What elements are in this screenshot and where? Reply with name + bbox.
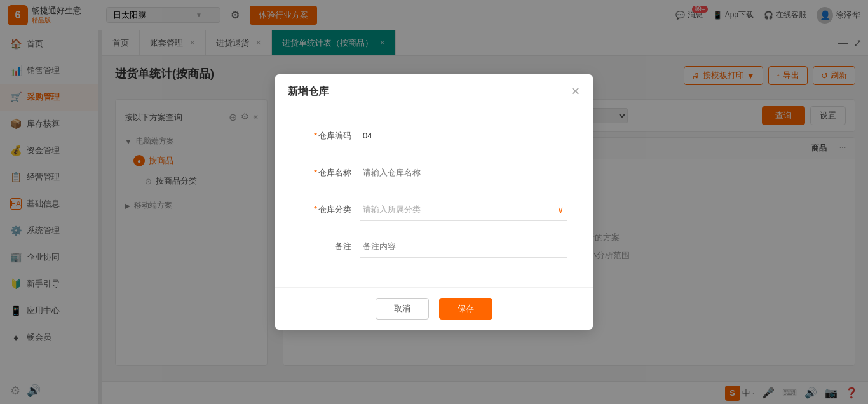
modal-close-button[interactable]: ✕ [571, 84, 580, 98]
category-select-wrap: 请输入所属分类 ∨ [360, 198, 567, 221]
code-label: *仓库编码 [301, 130, 351, 142]
warehouse-name-input[interactable] [360, 161, 567, 184]
form-row-name: *仓库名称 [301, 161, 567, 184]
modal-body: *仓库编码 *仓库名称 *仓库分类 请输入所属分类 ∨ 备注 [275, 109, 593, 287]
modal-title: 新增仓库 [288, 85, 329, 98]
modal-new-warehouse: 新增仓库 ✕ *仓库编码 *仓库名称 *仓库分类 请输入所属分类 ∨ [275, 74, 593, 330]
form-row-note: 备注 [301, 235, 567, 258]
form-row-code: *仓库编码 [301, 125, 567, 147]
warehouse-category-select[interactable]: 请输入所属分类 [360, 198, 567, 221]
save-button[interactable]: 保存 [439, 298, 492, 320]
cancel-button[interactable]: 取消 [376, 298, 429, 320]
form-row-category: *仓库分类 请输入所属分类 ∨ [301, 198, 567, 221]
warehouse-note-input[interactable] [360, 235, 567, 258]
name-label: *仓库名称 [301, 167, 351, 178]
warehouse-code-input[interactable] [360, 125, 567, 147]
modal-footer: 取消 保存 [275, 287, 593, 330]
note-label: 备注 [301, 241, 351, 252]
category-label: *仓库分类 [301, 204, 351, 215]
modal-header: 新增仓库 ✕ [275, 74, 593, 109]
